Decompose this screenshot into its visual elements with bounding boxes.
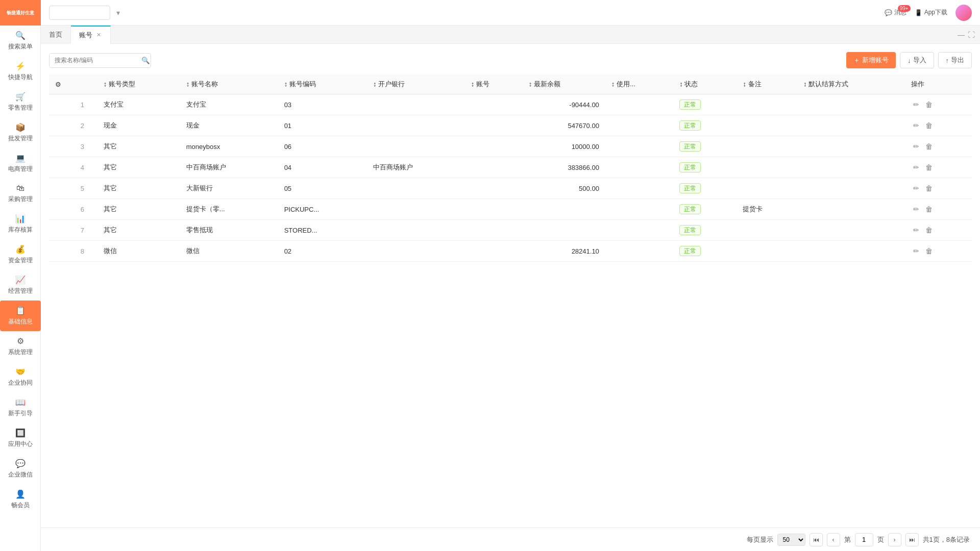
- tab-maximize-button[interactable]: ⛶: [968, 31, 975, 39]
- sidebar-label-retail: 零售管理: [8, 104, 33, 112]
- delete-button[interactable]: 🗑: [923, 162, 935, 172]
- delete-button[interactable]: 🗑: [923, 204, 935, 214]
- row-number: 4: [67, 157, 97, 178]
- sidebar-item-enterprise[interactable]: 🤝 企业协同: [0, 362, 41, 392]
- status-badge: 正常: [679, 99, 701, 110]
- row-number: 5: [67, 178, 97, 199]
- tab-bar: 首页 账号 ✕ — ⛶: [41, 26, 980, 44]
- col-settlement[interactable]: ↕ 默认结算方式: [797, 74, 905, 94]
- app-icon: 📱: [915, 9, 922, 16]
- message-button[interactable]: 💬 消息 99+: [885, 8, 906, 17]
- row-usage: [605, 220, 673, 241]
- col-remark[interactable]: ↕ 备注: [737, 74, 797, 94]
- col-usage[interactable]: ↕ 使用...: [605, 74, 673, 94]
- search-button[interactable]: 🔍: [136, 54, 151, 67]
- delete-button[interactable]: 🗑: [923, 246, 935, 256]
- row-account-no: [465, 220, 523, 241]
- sidebar-item-finance[interactable]: 💰 资金管理: [0, 239, 41, 270]
- row-code: STORED...: [278, 220, 367, 241]
- topbar-right: 💬 消息 99+ 📱 App下载: [885, 5, 972, 21]
- page-unit-label: 页: [877, 535, 884, 544]
- tab-home[interactable]: 首页: [41, 26, 71, 44]
- sidebar-item-operation[interactable]: 📈 经营管理: [0, 270, 41, 300]
- sidebar-item-apps[interactable]: 🔲 应用中心: [0, 423, 41, 454]
- table-row: 5 其它 大新银行 05 500.00 正常 ✏ 🗑: [49, 178, 972, 199]
- row-settlement: [797, 136, 905, 157]
- row-balance: [523, 199, 605, 220]
- sidebar-item-system[interactable]: ⚙ 系统管理: [0, 331, 41, 362]
- col-account-no[interactable]: ↕ 账号: [465, 74, 523, 94]
- sidebar-item-retail[interactable]: 🛒 零售管理: [0, 87, 41, 117]
- edit-button[interactable]: ✏: [911, 162, 921, 172]
- basic-icon: 📋: [15, 306, 26, 315]
- table-header-row: ⚙ ↕ 账号类型 ↕ 账号名称 ↕ 账号编码 ↕ 开户银行 ↕ 账号 ↕ 最新余…: [49, 74, 972, 94]
- row-gear: [49, 94, 67, 115]
- col-balance[interactable]: ↕ 最新余额: [523, 74, 605, 94]
- page-input[interactable]: [855, 533, 873, 546]
- edit-button[interactable]: ✏: [911, 141, 921, 152]
- sidebar-item-shortcut[interactable]: ⚡ 快捷导航: [0, 56, 41, 87]
- row-status: 正常: [673, 178, 737, 199]
- export-button[interactable]: ↑ 导出: [938, 52, 972, 68]
- search-input[interactable]: [50, 54, 136, 67]
- row-actions: ✏ 🗑: [905, 157, 972, 178]
- delete-button[interactable]: 🗑: [923, 183, 935, 193]
- sidebar-item-search[interactable]: 🔍 搜索菜单: [0, 26, 41, 56]
- edit-button[interactable]: ✏: [911, 120, 921, 131]
- edit-button[interactable]: ✏: [911, 225, 921, 235]
- last-page-button[interactable]: ⏭: [905, 533, 919, 546]
- delete-button[interactable]: 🗑: [923, 99, 935, 110]
- sidebar-item-member[interactable]: 👤 畅会员: [0, 484, 41, 515]
- edit-button[interactable]: ✏: [911, 246, 921, 256]
- row-balance: [523, 220, 605, 241]
- row-gear: [49, 241, 67, 262]
- col-bank[interactable]: ↕ 开户银行: [367, 74, 465, 94]
- topbar-arrow-icon[interactable]: ▾: [116, 9, 120, 17]
- user-avatar[interactable]: [955, 5, 972, 21]
- col-name[interactable]: ↕ 账号名称: [180, 74, 278, 94]
- edit-button[interactable]: ✏: [911, 204, 921, 214]
- row-gear: [49, 115, 67, 136]
- table-row: 1 支付宝 支付宝 03 -90444.00 正常 ✏ 🗑: [49, 94, 972, 115]
- row-name: moneybosx: [180, 136, 278, 157]
- app-download-button[interactable]: 📱 App下载: [915, 8, 947, 17]
- sidebar-label-shortcut: 快捷导航: [8, 73, 33, 82]
- import-button[interactable]: ↓ 导入: [900, 52, 934, 68]
- sidebar-label-search: 搜索菜单: [8, 42, 33, 51]
- topbar-search-input[interactable]: [49, 6, 110, 20]
- sidebar-item-purchase[interactable]: 🛍 采购管理: [0, 179, 41, 209]
- row-bank: 中百商场账户: [367, 157, 465, 178]
- sidebar-item-basic[interactable]: 📋 基础信息: [0, 300, 41, 331]
- sidebar-item-wholesale[interactable]: 📦 批发管理: [0, 117, 41, 148]
- sidebar-item-guide[interactable]: 📖 新手引导: [0, 392, 41, 423]
- add-account-button[interactable]: ＋ 新增账号: [846, 52, 896, 68]
- delete-button[interactable]: 🗑: [923, 120, 935, 131]
- first-page-button[interactable]: ⏮: [810, 533, 823, 546]
- row-code: PICKUPC...: [278, 199, 367, 220]
- status-badge: 正常: [679, 120, 701, 131]
- delete-button[interactable]: 🗑: [923, 141, 935, 152]
- edit-button[interactable]: ✏: [911, 183, 921, 193]
- edit-button[interactable]: ✏: [911, 99, 921, 110]
- prev-page-button[interactable]: ‹: [827, 533, 840, 546]
- tab-account-close[interactable]: ✕: [95, 32, 102, 38]
- row-usage: [605, 94, 673, 115]
- next-page-button[interactable]: ›: [888, 533, 901, 546]
- col-gear[interactable]: ⚙: [49, 74, 67, 94]
- sidebar-item-ecommerce[interactable]: 💻 电商管理: [0, 148, 41, 179]
- accounts-table-wrap: ⚙ ↕ 账号类型 ↕ 账号名称 ↕ 账号编码 ↕ 开户银行 ↕ 账号 ↕ 最新余…: [49, 74, 972, 262]
- col-status[interactable]: ↕ 状态: [673, 74, 737, 94]
- sidebar-item-inventory[interactable]: 📊 库存核算: [0, 209, 41, 239]
- row-bank: [367, 220, 465, 241]
- sidebar-label-purchase: 采购管理: [8, 195, 33, 204]
- page-size-select[interactable]: 50 100 200: [777, 534, 805, 546]
- row-settlement: [797, 199, 905, 220]
- row-code: 03: [278, 94, 367, 115]
- tab-minimize-button[interactable]: —: [958, 31, 965, 39]
- sidebar-item-wechat[interactable]: 💬 企业微信: [0, 454, 41, 484]
- delete-button[interactable]: 🗑: [923, 225, 935, 235]
- tab-account[interactable]: 账号 ✕: [71, 26, 111, 44]
- col-type[interactable]: ↕ 账号类型: [97, 74, 180, 94]
- col-code[interactable]: ↕ 账号编码: [278, 74, 367, 94]
- row-number: 8: [67, 241, 97, 262]
